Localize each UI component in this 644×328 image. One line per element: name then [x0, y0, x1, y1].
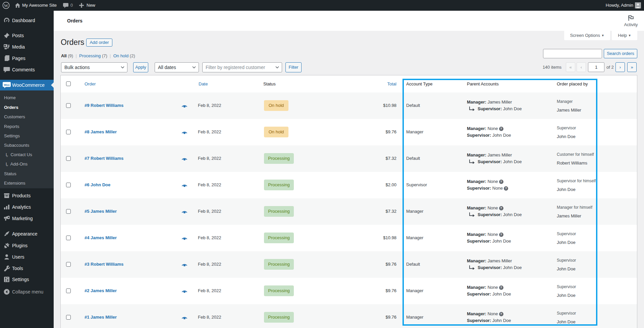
svg-text:W: W	[4, 3, 8, 8]
svg-text:Woo: Woo	[4, 83, 9, 86]
